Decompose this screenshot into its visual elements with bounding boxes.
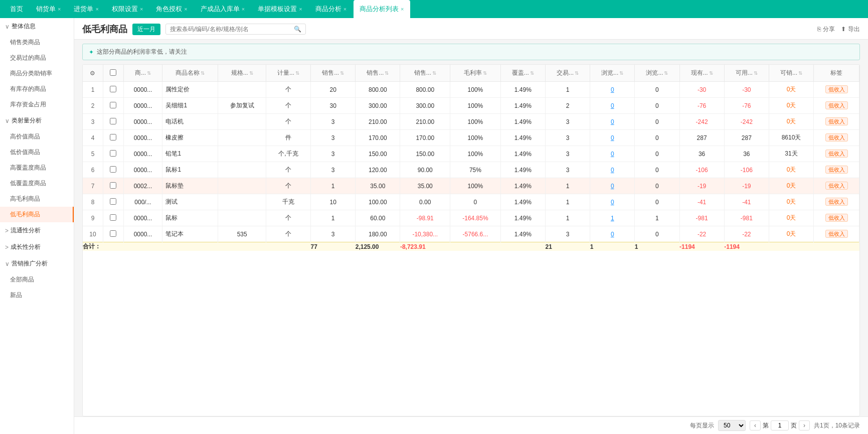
nav-close-icon[interactable]: × — [242, 6, 245, 12]
search-input[interactable] — [170, 26, 294, 33]
nav-item-商品分析列表[interactable]: 商品分析列表× — [354, 0, 410, 18]
sidebar-item-库存资金占用[interactable]: 库存资金占用 — [0, 97, 74, 112]
views-link[interactable]: 0 — [611, 102, 614, 109]
col-header-current_stock[interactable]: 现有...⇅ — [679, 65, 724, 82]
cell-views1[interactable]: 0 — [590, 194, 635, 210]
cell-checkbox[interactable] — [103, 194, 123, 210]
nav-close-icon[interactable]: × — [184, 6, 187, 12]
col-header-code[interactable]: 商...⇅ — [123, 65, 162, 82]
views-link[interactable]: 0 — [611, 231, 614, 238]
row-checkbox[interactable] — [110, 166, 116, 173]
cell-checkbox[interactable] — [103, 82, 123, 98]
share-button[interactable]: ⎘ 分享 — [817, 25, 835, 34]
row-checkbox[interactable] — [110, 86, 116, 92]
sidebar-group-成长性分析[interactable]: >成长性分析 — [0, 239, 74, 255]
cell-views1[interactable]: 0 — [590, 114, 635, 130]
row-checkbox[interactable] — [110, 198, 116, 205]
views-link[interactable]: 0 — [611, 134, 614, 141]
cell-checkbox[interactable] — [103, 98, 123, 114]
nav-close-icon[interactable]: × — [58, 6, 61, 12]
col-header-sellable[interactable]: 可销...⇅ — [769, 65, 813, 82]
cell-views1[interactable]: 0 — [590, 98, 635, 114]
views-link[interactable]: 0 — [611, 86, 614, 93]
cell-checkbox[interactable] — [103, 226, 123, 242]
search-icon[interactable]: 🔍 — [294, 26, 301, 33]
cell-checkbox[interactable] — [103, 210, 123, 226]
nav-close-icon[interactable]: × — [343, 6, 346, 12]
sidebar-item-低价值商品[interactable]: 低价值商品 — [0, 144, 74, 160]
sidebar-item-全部商品[interactable]: 全部商品 — [0, 272, 74, 287]
sidebar-item-有库存的商品[interactable]: 有库存的商品 — [0, 81, 74, 97]
cell-views1[interactable]: 0 — [590, 226, 635, 242]
sidebar-group-整体信息[interactable]: ∨整体信息 — [0, 18, 74, 35]
prev-page-button[interactable]: ‹ — [750, 420, 761, 430]
sidebar-group-营销推广分析[interactable]: ∨营销推广分析 — [0, 255, 74, 272]
col-header-views1[interactable]: 浏览...⇅ — [590, 65, 635, 82]
sidebar-item-高价值商品[interactable]: 高价值商品 — [0, 129, 74, 144]
row-checkbox[interactable] — [110, 214, 116, 221]
sidebar-item-销售类商品[interactable]: 销售类商品 — [0, 35, 74, 50]
col-header-available[interactable]: 可用...⇅ — [724, 65, 769, 82]
nav-item-产成品入库单[interactable]: 产成品入库单× — [195, 0, 251, 18]
row-checkbox[interactable] — [110, 102, 116, 108]
sidebar-item-交易过的商品[interactable]: 交易过的商品 — [0, 50, 74, 66]
col-header-sales_amount[interactable]: 销售...⇅ — [400, 65, 450, 82]
nav-item-进货单[interactable]: 进货单× — [68, 0, 104, 18]
cell-views1[interactable]: 0 — [590, 130, 635, 146]
row-checkbox[interactable] — [110, 118, 116, 124]
nav-close-icon[interactable]: × — [140, 6, 143, 12]
cell-views1[interactable]: 1 — [590, 210, 635, 226]
export-button[interactable]: ⬆ 导出 — [841, 25, 860, 34]
nav-item-权限设置[interactable]: 权限设置× — [106, 0, 149, 18]
col-header-name[interactable]: 商品名称⇅ — [162, 65, 218, 82]
row-checkbox[interactable] — [110, 182, 116, 189]
cell-views1[interactable]: 0 — [590, 146, 635, 162]
col-header-spec[interactable]: 规格...⇅ — [218, 65, 266, 82]
cell-checkbox[interactable] — [103, 178, 123, 194]
views-link[interactable]: 0 — [611, 199, 614, 206]
sidebar-item-低覆盖度商品[interactable]: 低覆盖度商品 — [0, 176, 74, 191]
col-header-gross_rate[interactable]: 毛利率⇅ — [450, 65, 501, 82]
col-header-views2[interactable]: 浏览...⇅ — [635, 65, 679, 82]
col-header-sales_price[interactable]: 销售...⇅ — [356, 65, 400, 82]
nav-item-首页[interactable]: 首页 — [4, 0, 29, 18]
cell-checkbox[interactable] — [103, 114, 123, 130]
row-checkbox[interactable] — [110, 150, 116, 157]
views-link[interactable]: 0 — [611, 183, 614, 190]
cell-views1[interactable]: 0 — [590, 178, 635, 194]
sidebar-item-商品分类助销率[interactable]: 商品分类助销率 — [0, 66, 74, 81]
select-all-checkbox[interactable] — [110, 69, 116, 76]
col-header-sales_qty[interactable]: 销售...⇅ — [311, 65, 356, 82]
nav-close-icon[interactable]: × — [401, 6, 404, 12]
sidebar-item-高毛利商品[interactable]: 高毛利商品 — [0, 191, 74, 207]
views-link[interactable]: 1 — [611, 215, 614, 222]
col-header-coverage[interactable]: 覆盖...⇅ — [500, 65, 545, 82]
sidebar-item-高覆盖度商品[interactable]: 高覆盖度商品 — [0, 160, 74, 176]
next-page-button[interactable]: › — [799, 420, 810, 430]
views-link[interactable]: 0 — [611, 118, 614, 125]
settings-icon[interactable]: ⚙ — [90, 70, 95, 77]
cell-views1[interactable]: 0 — [590, 162, 635, 178]
nav-item-角色授权[interactable]: 角色授权× — [150, 0, 193, 18]
nav-close-icon[interactable]: × — [95, 6, 98, 12]
sidebar-item-新品[interactable]: 新品 — [0, 287, 74, 303]
nav-item-商品分析[interactable]: 商品分析× — [309, 0, 353, 18]
nav-close-icon[interactable]: × — [299, 6, 302, 12]
col-header-trade[interactable]: 交易...⇅ — [545, 65, 590, 82]
nav-item-销货单[interactable]: 销货单× — [30, 0, 67, 18]
row-checkbox[interactable] — [110, 134, 116, 140]
row-checkbox[interactable] — [110, 230, 116, 237]
views-link[interactable]: 0 — [611, 167, 614, 174]
cell-checkbox[interactable] — [103, 146, 123, 162]
cell-views1[interactable]: 0 — [590, 82, 635, 98]
filter-button[interactable]: 近一月 — [132, 24, 160, 35]
cell-checkbox[interactable] — [103, 130, 123, 146]
sidebar-item-低毛利商品[interactable]: 低毛利商品 — [0, 207, 74, 222]
page-input[interactable] — [771, 420, 789, 430]
sidebar-group-流通性分析[interactable]: >流通性分析 — [0, 222, 74, 239]
sidebar-group-类射量分析[interactable]: ∨类射量分析 — [0, 112, 74, 129]
nav-item-单据模板设置[interactable]: 单据模板设置× — [252, 0, 308, 18]
views-link[interactable]: 0 — [611, 151, 614, 158]
cell-checkbox[interactable] — [103, 162, 123, 178]
col-header-unit[interactable]: 计量...⇅ — [266, 65, 310, 82]
